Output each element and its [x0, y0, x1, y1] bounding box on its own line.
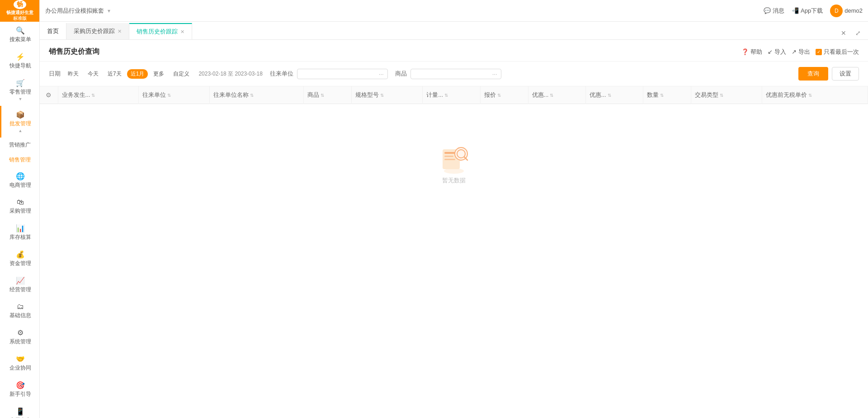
top-bar: 办公用品行业模拟账套 ▾ 💬 消息 📲 App下载 D demo2	[40, 0, 868, 22]
sidebar-item-guide[interactable]: 🎯 新手引导	[0, 376, 39, 403]
page-header: 销售历史价查询 ❓ 帮助 ↙ 导入 ↗ 导出 ✓ 只看最后一次	[40, 40, 868, 62]
app-download-button[interactable]: 📲 App下载	[792, 7, 823, 15]
sort-icon-discount1: ⇅	[550, 93, 553, 98]
sort-icon-quoted-price: ⇅	[497, 93, 501, 98]
sidebar-label-cooperation: 企业协同	[9, 364, 31, 372]
th-partner-name[interactable]: 往来单位名称 ⇅	[209, 86, 303, 104]
sidebar-item-ecommerce[interactable]: 🌐 电商管理	[0, 167, 39, 194]
th-pretax-price[interactable]: 优惠前无税单价 ⇅	[762, 86, 868, 104]
column-settings-icon[interactable]: ⚙	[46, 91, 52, 99]
import-label: 导入	[774, 48, 786, 56]
help-label: 帮助	[750, 48, 762, 56]
sidebar-item-finance[interactable]: 💰 资金管理	[0, 246, 39, 272]
topbar-actions: 💬 消息 📲 App下载 D demo2	[764, 5, 863, 17]
sidebar-label-wholesale: 批发管理	[9, 120, 31, 128]
date-pill-yesterday[interactable]: 昨天	[64, 69, 82, 79]
th-trade-type[interactable]: 交易类型 ⇅	[691, 86, 762, 104]
th-discount1[interactable]: 优惠... ⇅	[528, 86, 585, 104]
page-content: 销售历史价查询 ❓ 帮助 ↙ 导入 ↗ 导出 ✓ 只看最后一次	[40, 40, 868, 418]
date-pill-custom[interactable]: 自定义	[170, 69, 193, 79]
sales-history-close-icon[interactable]: ✕	[180, 29, 184, 35]
partner-input[interactable]	[301, 71, 377, 77]
date-pills: 昨天 今天 近7天 近1月 更多 自定义	[64, 69, 193, 79]
col-sort-trade-type: 交易类型 ⇅	[695, 91, 723, 99]
th-unit[interactable]: 计量... ⇅	[423, 86, 480, 104]
th-spec[interactable]: 规格型号 ⇅	[352, 86, 423, 104]
user-menu[interactable]: D demo2	[830, 5, 863, 17]
sidebar-item-retail[interactable]: 🛒 零售管理 ▼	[0, 74, 39, 106]
tab-purchase-history[interactable]: 采购历史价跟踪 ✕	[66, 23, 129, 39]
app-logo: 畅 畅捷通好生意 标准版	[0, 0, 39, 22]
sidebar-item-cooperation[interactable]: 🤝 企业协同	[0, 350, 39, 376]
export-button[interactable]: ↗ 导出	[792, 48, 810, 56]
table-container: ⚙ 业务发生... ⇅ 往来单位 ⇅	[40, 86, 868, 418]
tab-home[interactable]: 首页	[40, 23, 66, 39]
th-biz-date[interactable]: 业务发生... ⇅	[58, 86, 138, 104]
settings-button[interactable]: 设置	[832, 67, 859, 81]
shortcuts-icon: ⚡	[16, 52, 25, 61]
sidebar-item-marketing[interactable]: 营销推广	[0, 138, 39, 152]
date-pill-today[interactable]: 今天	[84, 69, 102, 79]
th-partner-code[interactable]: 往来单位 ⇅	[138, 86, 209, 104]
sidebar-item-wholesale[interactable]: 📦 批发管理 ▲	[0, 106, 39, 138]
guide-icon: 🎯	[16, 381, 25, 390]
sidebar-item-inventory[interactable]: 📊 库存核算	[0, 219, 39, 246]
search-icon: 🔍	[16, 26, 25, 35]
col-sort-partner-code: 往来单位 ⇅	[142, 91, 171, 99]
message-label: 消息	[773, 7, 784, 15]
sort-icon-discount2: ⇅	[608, 93, 611, 98]
sidebar-item-system[interactable]: ⚙ 系统管理	[0, 324, 39, 350]
product-filter: 商品 ···	[395, 69, 501, 79]
partner-dots-icon[interactable]: ···	[379, 71, 384, 77]
retail-arrow-icon: ▼	[19, 97, 23, 101]
date-pill-more[interactable]: 更多	[150, 69, 168, 79]
tab-sales-history[interactable]: 销售历史价跟踪 ✕	[129, 23, 192, 39]
product-dots-icon[interactable]: ···	[492, 71, 497, 77]
import-button[interactable]: ↙ 导入	[768, 48, 786, 56]
sidebar-item-appstore[interactable]: 📱 应用中心	[0, 403, 39, 418]
retail-icon: 🛒	[16, 79, 25, 87]
sidebar-label-guide: 新手引导	[9, 390, 31, 398]
basics-icon: 🗂	[17, 303, 24, 311]
partner-filter-label: 往来单位	[270, 70, 293, 78]
product-input-group[interactable]: ···	[410, 69, 501, 79]
maximize-button[interactable]: ⤢	[852, 27, 864, 39]
sidebar-item-basics[interactable]: 🗂 基础信息	[0, 298, 39, 324]
th-quantity[interactable]: 数量 ⇅	[643, 86, 691, 104]
date-pill-7days[interactable]: 近7天	[104, 69, 125, 79]
sidebar-label-inventory: 库存核算	[9, 233, 31, 241]
sidebar-item-search[interactable]: 🔍 搜索菜单	[0, 22, 39, 48]
data-table: ⚙ 业务发生... ⇅ 往来单位 ⇅	[40, 86, 868, 104]
help-button[interactable]: ❓ 帮助	[741, 48, 762, 56]
close-tab-button[interactable]: ✕	[837, 27, 850, 39]
only-last-checkbox[interactable]: ✓ 只看最后一次	[816, 48, 859, 56]
breadcrumb-area: 办公用品行业模拟账套 ▾	[45, 7, 110, 15]
product-input[interactable]	[415, 71, 491, 77]
purchase-history-close-icon[interactable]: ✕	[118, 28, 122, 34]
partner-input-group[interactable]: ···	[297, 69, 388, 79]
col-sort-spec: 规格型号 ⇅	[355, 91, 384, 99]
sales-history-tab-label: 销售历史价跟踪	[137, 28, 178, 36]
cooperation-icon: 🤝	[16, 355, 25, 363]
checkbox-label-text: 只看最后一次	[824, 48, 859, 56]
col-sort-partner-name: 往来单位名称 ⇅	[213, 91, 254, 99]
th-product[interactable]: 商品 ⇅	[304, 86, 352, 104]
col-sort-biz-date: 业务发生... ⇅	[62, 91, 95, 99]
sort-icon-quantity: ⇅	[660, 93, 664, 98]
product-filter-label: 商品	[395, 70, 407, 78]
sidebar-item-shortcuts[interactable]: ⚡ 快捷导航	[0, 48, 39, 74]
page-title: 销售历史价查询	[49, 47, 99, 57]
sidebar-item-operations[interactable]: 📈 经营管理	[0, 272, 39, 298]
sidebar-item-purchase[interactable]: 🛍 采购管理	[0, 194, 39, 219]
date-filter: 日期 昨天 今天 近7天 近1月 更多 自定义 2023-02-18 至 202…	[49, 69, 263, 79]
sidebar-label-ecommerce: 电商管理	[9, 181, 31, 189]
svg-rect-4	[444, 159, 455, 160]
query-button[interactable]: 查询	[798, 67, 828, 81]
date-pill-1month[interactable]: 近1月	[127, 69, 148, 79]
sidebar-label-finance: 资金管理	[9, 260, 31, 267]
th-discount2[interactable]: 优惠... ⇅	[585, 86, 643, 104]
sidebar-item-sales[interactable]: 销售管理	[0, 152, 39, 167]
th-quoted-price[interactable]: 报价 ⇅	[480, 86, 528, 104]
message-button[interactable]: 💬 消息	[764, 7, 784, 15]
sidebar-label-sales: 销售管理	[9, 157, 31, 163]
